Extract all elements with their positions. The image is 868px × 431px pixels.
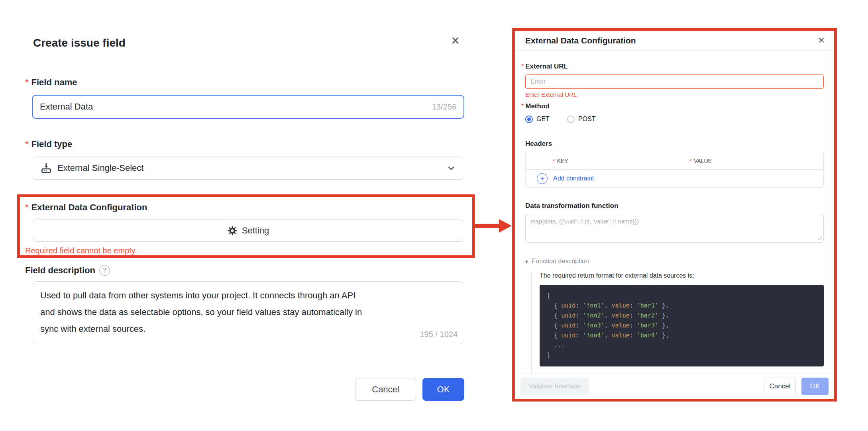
- radio-post[interactable]: POST: [567, 116, 596, 123]
- code-block: [ { uuid: 'foo1', value: 'bar1' }, { uui…: [540, 285, 824, 366]
- external-config-label-text: External Data Configuration: [31, 202, 147, 213]
- field-type-value: External Single-Select: [57, 163, 143, 173]
- header-divider: [22, 60, 483, 60]
- radio-get[interactable]: GET: [525, 116, 550, 123]
- dialog-footer: Validate Interface Cancel OK: [515, 374, 834, 399]
- dialog-footer: Cancel OK: [22, 369, 483, 410]
- footer-buttons: Cancel OK: [764, 378, 829, 395]
- validate-interface-button[interactable]: Validate Interface: [520, 378, 589, 395]
- method-label: * Method: [525, 102, 824, 110]
- field-description-label: Field description ?: [25, 265, 464, 276]
- value-column-label: VALUE: [694, 158, 712, 164]
- external-url-error: Enter External URL: [525, 91, 824, 98]
- required-asterisk: *: [25, 202, 29, 213]
- setting-button[interactable]: Setting: [32, 219, 464, 242]
- transform-function-textarea[interactable]: [525, 214, 824, 243]
- transform-function-label-text: Data transformation function: [525, 202, 618, 210]
- annotation-arrow: [475, 224, 500, 228]
- dialog-body: * External URL Enter External URL * Meth…: [515, 51, 834, 374]
- close-icon[interactable]: ×: [818, 34, 825, 47]
- required-asterisk: *: [521, 63, 524, 71]
- function-description-panel: The required return format for external …: [531, 271, 824, 374]
- headers-label: Headers: [525, 140, 824, 148]
- field-name-label: * Field name: [25, 77, 464, 88]
- ok-button[interactable]: OK: [801, 378, 829, 395]
- required-asterisk: *: [553, 158, 555, 164]
- function-description-toggle-label: Function description: [532, 258, 589, 265]
- field-description-label-text: Field description: [25, 265, 95, 276]
- headers-table: * KEY * VALUE + Add constraint: [525, 152, 824, 188]
- required-asterisk: *: [690, 158, 692, 164]
- help-icon[interactable]: ?: [99, 265, 110, 276]
- resize-handle-icon[interactable]: [818, 235, 822, 242]
- external-config-error: Required field cannot be empty.: [25, 246, 464, 255]
- external-config-label: * External Data Configuration: [25, 202, 464, 213]
- external-data-configuration-dialog: External Data Configuration × * External…: [512, 28, 837, 402]
- transform-function-wrap: [525, 210, 824, 258]
- key-column-label: KEY: [557, 158, 568, 164]
- dialog-header: Create issue field ×: [22, 25, 483, 50]
- transform-function-label: Data transformation function: [525, 202, 824, 210]
- key-column-header: * KEY: [526, 158, 663, 164]
- create-issue-field-dialog: Create issue field × * Field name 13/256…: [22, 25, 483, 410]
- external-data-device-icon: [40, 162, 52, 174]
- field-name-label-text: Field name: [31, 77, 77, 88]
- radio-post-label: POST: [578, 116, 596, 123]
- field-type-select[interactable]: External Single-Select: [32, 157, 464, 180]
- setting-button-label: Setting: [242, 225, 269, 236]
- headers-label-text: Headers: [525, 140, 552, 148]
- chevron-down-icon: [446, 163, 456, 173]
- dialog-body: * Field name 13/256 * Field type Externa…: [22, 77, 483, 344]
- headers-table-header-row: * KEY * VALUE: [526, 152, 823, 170]
- field-type-label: * Field type: [25, 139, 464, 149]
- field-description-counter: 195 / 1024: [420, 330, 458, 339]
- add-constraint-link[interactable]: Add constraint: [553, 175, 594, 182]
- gear-icon: [227, 225, 238, 236]
- external-url-input[interactable]: [525, 74, 824, 89]
- method-label-text: Method: [525, 102, 549, 110]
- radio-get-label: GET: [536, 116, 550, 123]
- field-name-input-wrap: 13/256: [32, 95, 464, 119]
- external-url-label-text: External URL: [525, 63, 568, 71]
- plus-icon: +: [537, 173, 548, 184]
- required-asterisk: *: [521, 102, 524, 110]
- field-description-value: Used to pull data from other systems int…: [40, 287, 456, 337]
- close-icon[interactable]: ×: [451, 33, 460, 48]
- external-url-label: * External URL: [525, 63, 824, 71]
- required-asterisk: *: [25, 77, 29, 88]
- field-name-counter: 13/256: [432, 102, 456, 112]
- field-description-textarea[interactable]: Used to pull data from other systems int…: [32, 281, 464, 344]
- annotation-arrowhead: [499, 219, 512, 233]
- method-radio-group: GET POST: [525, 115, 824, 123]
- cancel-button[interactable]: Cancel: [764, 378, 796, 395]
- radio-post-dot: [567, 116, 575, 123]
- cancel-button[interactable]: Cancel: [355, 378, 416, 401]
- add-constraint-row[interactable]: + Add constraint: [526, 170, 823, 187]
- dialog-header: External Data Configuration ×: [515, 31, 834, 51]
- dialog-title: Create issue field: [33, 36, 472, 50]
- ok-button[interactable]: OK: [422, 378, 464, 401]
- field-name-input[interactable]: [33, 102, 463, 112]
- radio-get-dot: [525, 116, 533, 123]
- function-description-toggle[interactable]: ▾ Function description: [525, 258, 824, 265]
- required-asterisk: *: [25, 139, 29, 149]
- value-column-header: * VALUE: [663, 158, 823, 164]
- caret-down-icon: ▾: [525, 259, 528, 264]
- dialog-title: External Data Configuration: [525, 36, 636, 45]
- field-type-label-text: Field type: [31, 139, 73, 149]
- function-description-intro: The required return format for external …: [540, 272, 824, 279]
